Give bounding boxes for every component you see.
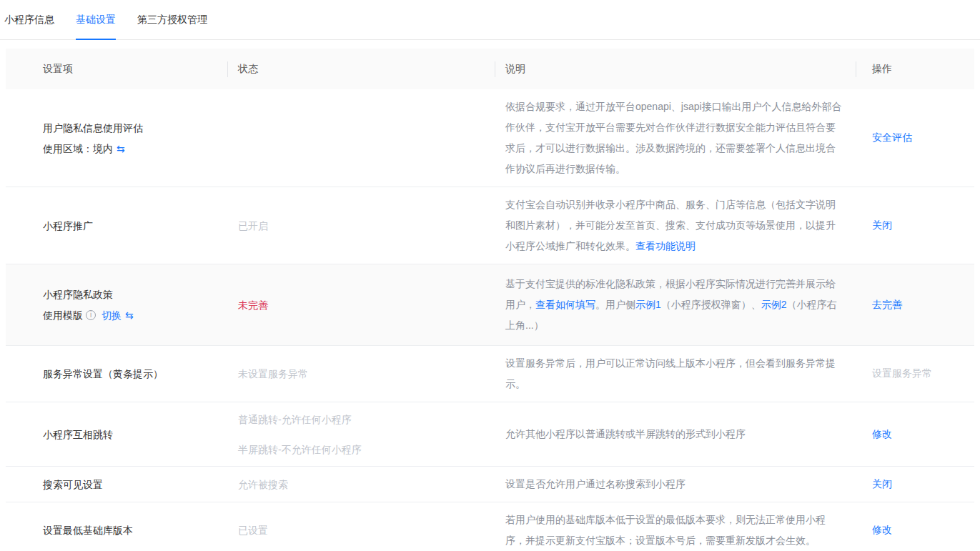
setting-subline: 使用区域：境内⇆ — [43, 142, 220, 156]
action-link-mini-program-jump[interactable]: 修改 — [872, 428, 892, 440]
description-cell: 依据合规要求，通过开放平台openapi、jsapi接口输出用户个人信息给外部合… — [495, 89, 856, 187]
setting-title: 搜索可见设置 — [43, 477, 220, 492]
setting-title: 小程序推广 — [43, 219, 220, 233]
setting-cell: 设置最低基础库版本 — [6, 516, 227, 545]
action-cell: 修改 — [856, 517, 974, 544]
table-row-privacy-info-evaluation: 用户隐私信息使用评估使用区域：境内⇆依据合规要求，通过开放平台openapi、j… — [6, 89, 974, 187]
status-cell: 未设置服务异常 — [227, 359, 495, 388]
table-row-mini-program-promotion: 小程序推广已开启支付宝会自动识别并收录小程序中商品、服务、门店等信息（包括文字说… — [6, 187, 974, 264]
status-text: 已设置 — [238, 523, 487, 537]
column-header-action: 操作 — [856, 63, 974, 76]
status-cell: 未完善 — [227, 291, 495, 319]
table-row-service-exception: 服务异常设置（黄条提示）未设置服务异常设置服务异常后，用户可以正常访问线上版本小… — [6, 346, 974, 402]
column-header-setting: 设置项 — [6, 63, 227, 76]
setting-cell: 搜索可见设置 — [6, 470, 227, 499]
tab-basic-settings[interactable]: 基础设置 — [76, 0, 116, 39]
tab-third-party-auth[interactable]: 第三方授权管理 — [137, 0, 207, 39]
setting-subline-text: 使用区域：境内 — [43, 142, 113, 156]
description-text: （小程序授权弹窗）、 — [661, 299, 761, 310]
description-cell: 设置是否允许用户通过名称搜索到小程序 — [495, 467, 856, 502]
action-cell: 关闭 — [856, 212, 974, 239]
action-cell: 设置服务异常 — [856, 360, 974, 387]
action-cell: 修改 — [856, 421, 974, 448]
setting-cell: 用户隐私信息使用评估使用区域：境内⇆ — [6, 114, 227, 163]
setting-cell: 小程序推广 — [6, 212, 227, 240]
tab-bar: 小程序信息基础设置第三方授权管理 — [0, 0, 980, 40]
status-text: 普通跳转-允许任何小程序 — [238, 412, 487, 427]
action-link-privacy-policy[interactable]: 去完善 — [872, 299, 902, 310]
table-body: 用户隐私信息使用评估使用区域：境内⇆依据合规要求，通过开放平台openapi、j… — [6, 89, 974, 551]
table-row-privacy-policy: 小程序隐私政策使用模版i切换⇆未完善基于支付宝提供的标准化隐私政策，根据小程序实… — [6, 264, 974, 346]
description-link[interactable]: 示例1 — [635, 299, 661, 310]
setting-title: 用户隐私信息使用评估 — [43, 121, 220, 135]
setting-subline: 使用模版i切换⇆ — [43, 308, 220, 322]
description-cell: 允许其他小程序以普通跳转或半屏跳转的形式到小程序 — [495, 417, 856, 452]
table-row-min-base-library: 设置最低基础库版本已设置若用户使用的基础库版本低于设置的最低版本要求，则无法正常… — [6, 502, 974, 551]
description-text: 设置是否允许用户通过名称搜索到小程序 — [505, 478, 685, 490]
status-cell: 普通跳转-允许任何小程序半屏跳转-不允许任何小程序 — [227, 405, 495, 464]
setting-title: 小程序互相跳转 — [43, 427, 220, 442]
description-cell: 若用户使用的基础库版本低于设置的最低版本要求，则无法正常使用小程序，并提示更新支… — [495, 502, 856, 551]
description-text: 设置服务异常后，用户可以正常访问线上版本小程序，但会看到服务异常提示。 — [505, 357, 836, 389]
table-header: 设置项状态说明操作 — [6, 49, 974, 89]
description-cell: 设置服务异常后，用户可以正常访问线上版本小程序，但会看到服务异常提示。 — [495, 346, 856, 402]
action-link-search-visibility[interactable]: 关闭 — [872, 478, 892, 490]
setting-title: 小程序隐私政策 — [43, 287, 220, 302]
settings-table: 设置项状态说明操作 用户隐私信息使用评估使用区域：境内⇆依据合规要求，通过开放平… — [6, 49, 974, 551]
setting-title: 设置最低基础库版本 — [43, 523, 220, 537]
description-cell: 基于支付宝提供的标准化隐私政策，根据小程序实际情况进行完善并展示给用户，查看如何… — [495, 267, 856, 343]
description-link[interactable]: 查看功能说明 — [635, 240, 696, 252]
description-text: 允许其他小程序以普通跳转或半屏跳转的形式到小程序 — [505, 428, 746, 440]
description-text: 。用户侧 — [595, 299, 635, 310]
table-row-mini-program-jump: 小程序互相跳转普通跳转-允许任何小程序半屏跳转-不允许任何小程序允许其他小程序以… — [6, 402, 974, 467]
column-header-description: 说明 — [495, 63, 856, 76]
status-cell: 已设置 — [227, 516, 495, 545]
status-text: 未设置服务异常 — [238, 367, 487, 381]
status-text: 半屏跳转-不允许任何小程序 — [238, 442, 487, 457]
action-cell: 关闭 — [856, 471, 974, 498]
description-text: 依据合规要求，通过开放平台openapi、jsapi接口输出用户个人信息给外部合… — [505, 101, 842, 174]
status-cell: 已开启 — [227, 212, 495, 240]
status-text: 允许被搜索 — [238, 477, 487, 492]
setting-subline-link[interactable]: 切换 — [102, 308, 122, 322]
table-row-search-visibility: 搜索可见设置允许被搜索设置是否允许用户通过名称搜索到小程序关闭 — [6, 467, 974, 502]
action-link-mini-program-promotion[interactable]: 关闭 — [872, 219, 892, 231]
setting-cell: 小程序隐私政策使用模版i切换⇆ — [6, 280, 227, 329]
action-link-service-exception[interactable]: 设置服务异常 — [872, 367, 932, 379]
swap-icon[interactable]: ⇆ — [117, 142, 125, 156]
info-circle-icon: i — [86, 310, 96, 320]
status-cell — [227, 131, 495, 145]
action-cell: 去完善 — [856, 292, 974, 319]
description-link[interactable]: 查看如何填写 — [535, 299, 595, 310]
action-link-privacy-info-evaluation[interactable]: 安全评估 — [872, 131, 912, 143]
status-text: 未完善 — [238, 298, 487, 312]
setting-cell: 小程序互相跳转 — [6, 420, 227, 449]
setting-cell: 服务异常设置（黄条提示） — [6, 359, 227, 388]
description-cell: 支付宝会自动识别并收录小程序中商品、服务、门店等信息（包括文字说明和图片素材），… — [495, 187, 856, 264]
description-text: 若用户使用的基础库版本低于设置的最低版本要求，则无法正常使用小程序，并提示更新支… — [505, 514, 826, 546]
swap-icon[interactable]: ⇆ — [125, 308, 134, 322]
action-cell: 安全评估 — [856, 124, 974, 152]
status-text: 已开启 — [238, 219, 487, 233]
setting-title: 服务异常设置（黄条提示） — [43, 367, 220, 381]
action-link-min-base-library[interactable]: 修改 — [872, 524, 892, 535]
setting-subline-text: 使用模版 — [43, 308, 83, 322]
status-cell: 允许被搜索 — [227, 470, 495, 499]
description-link[interactable]: 示例2 — [761, 299, 787, 310]
tab-mini-program-info[interactable]: 小程序信息 — [4, 0, 54, 39]
column-header-status: 状态 — [227, 63, 495, 76]
